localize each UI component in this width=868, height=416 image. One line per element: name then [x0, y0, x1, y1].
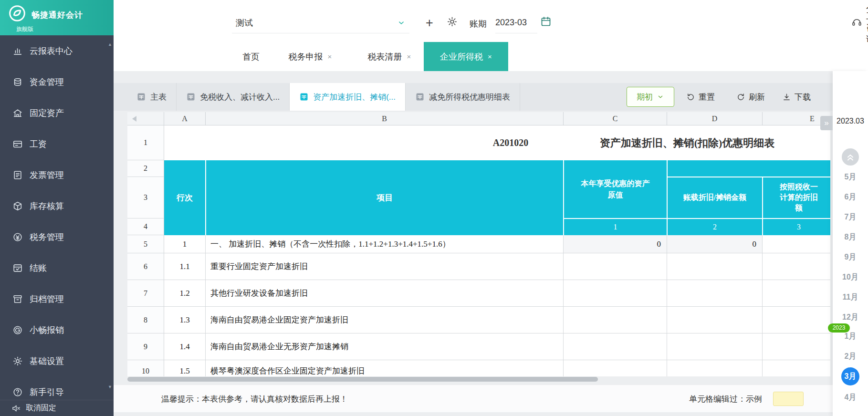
- cell-e[interactable]: [763, 360, 830, 376]
- cell-item[interactable]: 其他行业研发设备加速折旧: [206, 280, 564, 307]
- cell-e[interactable]: [763, 235, 830, 253]
- cell-d[interactable]: [667, 280, 763, 307]
- month-item[interactable]: 8月: [833, 229, 868, 245]
- sidebar-item-closing[interactable]: 结账: [0, 252, 114, 283]
- expand-panel-icon[interactable]: »: [820, 116, 833, 130]
- cell-item[interactable]: 海南自由贸易港企业固定资产加速折旧: [206, 307, 564, 333]
- cell-e[interactable]: [763, 253, 830, 280]
- column-header-D[interactable]: D: [667, 112, 763, 125]
- sidebar-item-inventory[interactable]: 库存核算: [0, 190, 114, 221]
- sidebar-item-reimburse[interactable]: 小畅报销: [0, 314, 114, 345]
- sidebar-item-funds[interactable]: 资金管理: [0, 66, 114, 97]
- subtab-tax-relief-detail[interactable]: 减免所得税优惠明细表: [406, 83, 520, 111]
- refresh-button[interactable]: 刷新: [736, 91, 765, 103]
- month-item[interactable]: 3月: [841, 367, 859, 385]
- row-header-1[interactable]: 1: [127, 125, 164, 160]
- scrollbar-thumb[interactable]: [127, 377, 598, 382]
- cell-line[interactable]: 1: [164, 235, 206, 253]
- cell-item[interactable]: 横琴粤澳深度合作区企业固定资产加速折旧: [206, 360, 564, 376]
- download-button[interactable]: 下载: [782, 91, 811, 103]
- row-header-9[interactable]: 9: [127, 333, 164, 360]
- row-header-10[interactable]: 10: [127, 360, 164, 376]
- close-icon[interactable]: ×: [328, 52, 332, 61]
- sidebar-item-guide[interactable]: 新手引导: [0, 376, 114, 400]
- row-header-2[interactable]: 2: [127, 160, 164, 177]
- month-item[interactable]: 4月: [833, 389, 868, 406]
- close-icon[interactable]: ×: [488, 52, 492, 61]
- tab-home[interactable]: 首页: [237, 42, 265, 71]
- horizontal-scrollbar[interactable]: [114, 376, 833, 382]
- cell-line[interactable]: 1.3: [164, 307, 206, 333]
- sidebar-scroll-up-icon[interactable]: ▲: [108, 42, 112, 47]
- row-header-8[interactable]: 8: [127, 307, 164, 333]
- period-filter-button[interactable]: 期初: [627, 87, 674, 107]
- column-letter: A: [182, 114, 188, 123]
- cell-e[interactable]: [763, 333, 830, 360]
- cell-item[interactable]: 一、 加速折旧、摊销（不含一次性扣除，1.1+1.2+1.3+1.4+1.5+1…: [206, 235, 564, 253]
- settings-gear-icon[interactable]: [447, 16, 458, 27]
- calendar-icon[interactable]: [540, 16, 552, 27]
- sidebar-item-fixed-assets[interactable]: 固定资产: [0, 97, 114, 128]
- column-header-B[interactable]: B: [206, 112, 564, 125]
- row-header-4[interactable]: 4: [127, 218, 164, 235]
- cell-e[interactable]: [763, 307, 830, 333]
- title-row-cell[interactable]: A201020 资产加速折旧、摊销(扣除)优惠明细表: [164, 125, 830, 160]
- company-select[interactable]: 测试: [232, 12, 409, 33]
- column-header-A[interactable]: A: [164, 112, 206, 125]
- row-header-3[interactable]: 3: [127, 177, 164, 218]
- month-item[interactable]: 9月: [833, 249, 868, 265]
- subtab-accelerated-depreciation[interactable]: 资产加速折旧、摊销(...: [290, 83, 406, 111]
- month-item[interactable]: 2月: [833, 348, 868, 364]
- row-header-7[interactable]: 7: [127, 280, 164, 307]
- month-item[interactable]: 5月: [833, 169, 868, 185]
- cell-line[interactable]: 1.4: [164, 333, 206, 360]
- month-item[interactable]: 12月: [833, 309, 868, 325]
- month-item[interactable]: 10月: [833, 269, 868, 285]
- cell-d[interactable]: [667, 307, 763, 333]
- tab-tax-filing[interactable]: 税务申报×: [280, 42, 341, 71]
- month-item[interactable]: 6月: [833, 189, 868, 205]
- month-item[interactable]: 11月: [833, 289, 868, 305]
- cell-c[interactable]: [564, 253, 667, 280]
- add-account-set-button[interactable]: +: [421, 13, 438, 32]
- row-header-6[interactable]: 6: [127, 253, 164, 280]
- reset-label: 重置: [699, 92, 715, 103]
- sidebar-scroll-down-icon[interactable]: ▼: [108, 385, 112, 389]
- row-header-5[interactable]: 5: [127, 235, 164, 253]
- cell-c[interactable]: [564, 333, 667, 360]
- collapse-up-button[interactable]: [842, 148, 859, 166]
- cell-d[interactable]: [667, 360, 763, 376]
- cell-c[interactable]: 0: [564, 235, 667, 253]
- subtab-tax-free-income[interactable]: 免税收入、减计收入...: [177, 83, 290, 111]
- current-period: 2023.03: [833, 117, 868, 125]
- unpin-sidebar-button[interactable]: 取消固定: [0, 400, 114, 416]
- cell-c[interactable]: [564, 360, 667, 376]
- cell-item[interactable]: 海南自由贸易港企业无形资产加速摊销: [206, 333, 564, 360]
- close-icon[interactable]: ×: [407, 52, 411, 61]
- tab-tax-register[interactable]: 税表清册×: [359, 42, 420, 71]
- cell-d[interactable]: [667, 333, 763, 360]
- cell-line[interactable]: 1.2: [164, 280, 206, 307]
- sidebar-item-archive[interactable]: 归档管理: [0, 283, 114, 314]
- cell-line[interactable]: 1.5: [164, 360, 206, 376]
- cell-c[interactable]: [564, 307, 667, 333]
- consult-button[interactable]: 人工咨询: [851, 16, 868, 28]
- sidebar-item-invoices[interactable]: 发票管理: [0, 159, 114, 190]
- subtab-main-table[interactable]: 主表: [127, 83, 177, 111]
- period-select[interactable]: 2023-03: [495, 12, 537, 33]
- column-header-C[interactable]: C: [564, 112, 667, 125]
- sidebar-item-settings[interactable]: 基础设置: [0, 345, 114, 376]
- cell-d[interactable]: [667, 253, 763, 280]
- cell-e[interactable]: [763, 280, 830, 307]
- reset-button[interactable]: 重置: [686, 91, 715, 103]
- tab-corporate-income-tax[interactable]: 企业所得税×: [424, 42, 508, 71]
- select-all-corner[interactable]: [127, 112, 164, 125]
- cell-d[interactable]: 0: [667, 235, 763, 253]
- month-item[interactable]: 7月: [833, 209, 868, 225]
- cell-item[interactable]: 重要行业固定资产加速折旧: [206, 253, 564, 280]
- sidebar-item-salary[interactable]: 工资: [0, 128, 114, 159]
- sidebar-item-cloud-reports[interactable]: 云报表中心: [0, 35, 114, 66]
- sidebar-item-tax[interactable]: 税务管理: [0, 221, 114, 252]
- cell-c[interactable]: [564, 280, 667, 307]
- cell-line[interactable]: 1.1: [164, 253, 206, 280]
